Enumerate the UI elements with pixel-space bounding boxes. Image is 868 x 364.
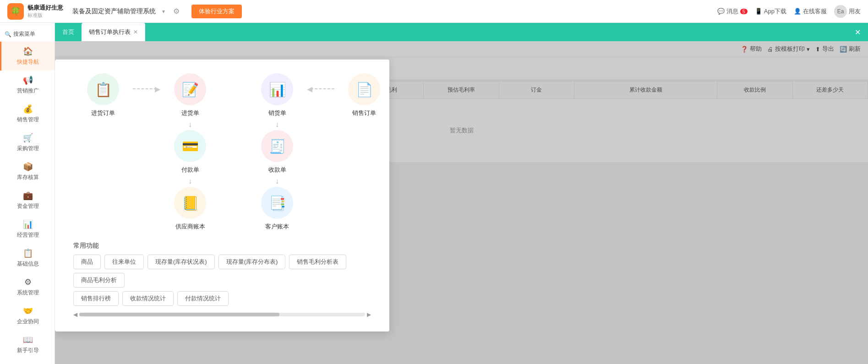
sidebar-item-sales[interactable]: 💰 销售管理: [0, 99, 55, 128]
top-bar-right: 💬 消息 5 📱 App下载 👤 在线客服 Ea 用友: [717, 5, 861, 18]
scroll-track[interactable]: [79, 313, 365, 316]
flow-item-purchase-order[interactable]: 📋 进货订单: [73, 73, 133, 117]
purchase-receipt-label: 进货单: [181, 109, 199, 117]
search-menu[interactable]: 🔍 搜索菜单: [0, 27, 55, 42]
scroll-left-icon[interactable]: ◀: [73, 311, 77, 318]
sidebar-item-marketing[interactable]: 📢 营销推广: [0, 71, 55, 99]
arrow-sales-order-to-bill: ◀: [307, 85, 334, 93]
logo-subtitle: 标准版: [27, 12, 63, 19]
arrow-v-receipt: ↓: [247, 177, 307, 186]
tab-close-icon[interactable]: ✕: [133, 29, 138, 35]
sales-order-label: 销售订单: [352, 109, 376, 117]
func-btn-supplier-unit[interactable]: 往来单位: [104, 255, 144, 269]
flow-item-sales-order[interactable]: 📄 销售订单: [334, 73, 394, 117]
vertical-arrows-row2: ↓ ↓: [160, 176, 458, 187]
scroll-thumb: [79, 313, 279, 316]
modal-scrollbar: ◀ ▶: [73, 311, 371, 318]
func-btn-inventory-dist[interactable]: 现存量(库存分布表): [218, 255, 286, 269]
purchase-icon: 🛒: [23, 133, 33, 143]
cooperation-icon: 🤝: [23, 306, 33, 316]
arrow-v-payment: ↓: [160, 177, 220, 186]
system-icon: ⚙: [24, 277, 32, 287]
sidebar-item-label-inventory: 库存核算: [17, 174, 39, 181]
func-btn-sales-rank[interactable]: 销售排行榜: [73, 291, 119, 306]
func-btn-inventory-status[interactable]: 现存量(库存状况表): [147, 255, 215, 269]
tab-bar-close-icon[interactable]: ✕: [855, 28, 868, 37]
logo-icon: 🍀: [7, 3, 24, 20]
sidebar-item-inventory[interactable]: 📦 库存核算: [0, 157, 55, 186]
func-btn-product-profit[interactable]: 商品毛利分析: [73, 273, 125, 288]
common-functions: 常用功能 商品 往来单位 现存量(库存状况表) 现存量(库存分布表) 销售毛利分…: [73, 242, 371, 306]
tab-home-label: 首页: [62, 28, 74, 36]
message-label: 消息: [726, 7, 738, 16]
supplier-ledger-circle: 📒: [174, 187, 206, 219]
sidebar-item-basic-info[interactable]: 📋 基础信息: [0, 244, 55, 272]
receipt-icon: 🧾: [269, 138, 286, 154]
flow-item-supplier-ledger[interactable]: 📒 供应商账本: [160, 187, 220, 231]
func-btn-receipt-stats[interactable]: 收款情况统计: [122, 291, 174, 306]
func-btn-sales-profit[interactable]: 销售毛利分析表: [289, 255, 346, 269]
main-area: 🔍 搜索菜单 🏠 快捷导航 📢 营销推广 💰 销售管理 🛒 采购管理 📦: [0, 23, 868, 364]
common-functions-title: 常用功能: [73, 242, 371, 250]
content-area: 首页 销售订单执行表 ✕ ✕ ❓ 帮助 🖨: [55, 23, 868, 364]
purchase-order-icon: 📋: [95, 81, 112, 98]
logo-title: 畅康通好生意: [27, 4, 63, 12]
receipt-circle: 🧾: [261, 130, 293, 162]
func-btn-product[interactable]: 商品: [73, 255, 101, 269]
online-service-button[interactable]: 👤 在线客服: [794, 7, 827, 16]
guide-icon: 📖: [23, 335, 33, 345]
sidebar-item-label-quick-nav: 快捷导航: [17, 58, 39, 66]
online-service-label: 在线客服: [803, 7, 827, 16]
sidebar-item-cooperation[interactable]: 🤝 企业协同: [0, 301, 55, 330]
app-download-button[interactable]: 📱 App下载: [755, 7, 786, 16]
flow-item-customer-ledger[interactable]: 📑 客户账本: [247, 187, 307, 231]
finance-icon: 💼: [23, 190, 33, 201]
modal-overlay: 📋 进货订单 ▶ 📝: [55, 41, 868, 364]
flow-item-receipt[interactable]: 🧾 收款单: [247, 130, 307, 174]
supplier-ledger-label: 供应商账本: [175, 223, 205, 231]
logo-area: 🍀 畅康通好生意 标准版: [7, 3, 63, 20]
inventory-icon: 📦: [23, 162, 33, 172]
settings-icon[interactable]: ⚙: [173, 7, 180, 16]
top-bar-left: 🍀 畅康通好生意 标准版 装备及固定资产辅助管理系统 ▾ ⚙ 体验行业方案: [7, 3, 242, 20]
service-icon: 👤: [794, 8, 801, 15]
app-container: 🍀 畅康通好生意 标准版 装备及固定资产辅助管理系统 ▾ ⚙ 体验行业方案 💬 …: [0, 0, 868, 364]
func-btn-payment-stats[interactable]: 付款情况统计: [177, 291, 229, 306]
sidebar-item-purchase[interactable]: 🛒 采购管理: [0, 128, 55, 157]
sidebar-item-guide[interactable]: 📖 新手引导: [0, 330, 55, 359]
function-btns-row2: 销售排行榜 收款情况统计 付款情况统计: [73, 291, 371, 306]
sidebar-item-quick-nav[interactable]: 🏠 快捷导航: [0, 42, 55, 71]
right-panel: ❓ 帮助 🖨 按模板打印 ▾ ⬆ 导出 🔄 刷新: [55, 41, 868, 364]
sidebar-item-label-finance: 资金管理: [17, 202, 39, 210]
message-button[interactable]: 💬 消息 5: [717, 7, 748, 16]
flow-item-purchase-receipt[interactable]: 📝 进货单: [160, 73, 220, 117]
arrow-v-purchase: ↓: [160, 120, 220, 129]
sidebar-item-label-marketing: 营销推广: [17, 87, 39, 95]
operation-icon: 📊: [23, 219, 33, 229]
system-dropdown-icon[interactable]: ▾: [162, 8, 165, 15]
user-menu[interactable]: Ea 用友: [834, 5, 861, 18]
flow-row-2: 💳 付款单 🧾 收款单: [160, 130, 307, 174]
customer-ledger-label: 客户账本: [265, 223, 289, 231]
sidebar-item-finance[interactable]: 💼 资金管理: [0, 186, 55, 215]
flow-item-sales-bill[interactable]: 📊 销货单: [247, 73, 307, 117]
flow-row-3: 📒 供应商账本 📑 客户账本: [160, 187, 307, 231]
sidebar-item-label-guide: 新手引导: [17, 347, 39, 354]
message-icon: 💬: [717, 8, 725, 15]
purchase-order-circle: 📋: [87, 73, 119, 105]
scroll-right-icon[interactable]: ▶: [367, 311, 371, 318]
flow-item-payment[interactable]: 💳 付款单: [160, 130, 220, 174]
sales-order-icon: 📄: [356, 81, 373, 98]
tab-sales-order-exec[interactable]: 销售订单执行表 ✕: [82, 23, 145, 41]
sidebar-item-operation[interactable]: 📊 经营管理: [0, 215, 55, 244]
sales-icon: 💰: [23, 104, 33, 114]
sales-order-circle: 📄: [348, 73, 380, 105]
logo-text: 畅康通好生意 标准版: [27, 4, 63, 19]
purchase-receipt-icon: 📝: [182, 81, 199, 98]
quick-nav-icon: 🏠: [23, 46, 33, 56]
sales-bill-icon: 📊: [269, 81, 286, 98]
trial-button[interactable]: 体验行业方案: [191, 5, 242, 18]
arrow-v-sales-bill: ↓: [247, 120, 307, 129]
sidebar-item-system[interactable]: ⚙ 系统管理: [0, 272, 55, 301]
tab-home[interactable]: 首页: [55, 23, 82, 41]
